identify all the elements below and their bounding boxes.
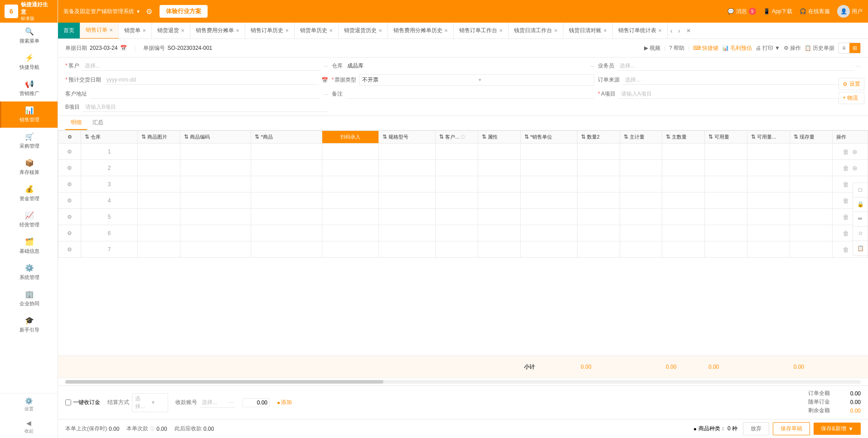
row-sku[interactable]: [251, 225, 322, 241]
row-customer-ref[interactable]: [435, 144, 478, 160]
customer-dots-icon[interactable]: ···: [324, 63, 328, 69]
tab-sales-summary[interactable]: 销售订单统计表 ✕: [613, 23, 668, 39]
tab-expense-split[interactable]: 销售费用分摊单 ✕: [190, 23, 245, 39]
row-image[interactable]: [180, 209, 251, 225]
col-stock-header[interactable]: ⇅ 现存量: [790, 131, 832, 144]
close-tab-icon[interactable]: ✕: [181, 28, 184, 33]
close-tab-icon[interactable]: ✕: [236, 28, 239, 33]
col-image-header[interactable]: ⇅ 商品图片: [138, 131, 180, 144]
row-unit[interactable]: [520, 225, 577, 241]
row-image[interactable]: [180, 144, 251, 160]
row-unit[interactable]: [520, 241, 577, 258]
sidebar-item-basicinfo[interactable]: 🗂️基础信息: [0, 233, 58, 259]
row-sku[interactable]: [251, 209, 322, 225]
row-unit[interactable]: [520, 209, 577, 225]
close-tab-icon[interactable]: ✕: [499, 28, 503, 33]
close-tab-icon[interactable]: ✕: [554, 28, 558, 33]
customer-addr-input[interactable]: [90, 89, 321, 99]
discard-button[interactable]: 放弃: [743, 422, 769, 435]
row-warehouse[interactable]: [138, 144, 180, 160]
row-stock[interactable]: [790, 209, 832, 225]
row-warehouse[interactable]: [138, 209, 180, 225]
delivery-date-input[interactable]: [104, 75, 319, 85]
row-image[interactable]: [180, 176, 251, 193]
row-spec[interactable]: [378, 241, 435, 258]
row-stock[interactable]: [790, 241, 832, 258]
delete-icon[interactable]: 🗑: [843, 164, 849, 172]
col-product-header[interactable]: ⇅ *商品: [251, 131, 322, 144]
row-qty2[interactable]: [577, 225, 620, 241]
row-stock[interactable]: [790, 160, 832, 176]
sidebar-item-finance[interactable]: 💰资金管理: [0, 180, 58, 207]
row-avail2[interactable]: [747, 144, 790, 160]
row-image[interactable]: [180, 241, 251, 258]
order-source-input[interactable]: [622, 75, 846, 85]
sidebar-item-purchase[interactable]: 🛒采购管理: [0, 128, 58, 154]
row-warehouse[interactable]: [138, 160, 180, 176]
row-main-unit[interactable]: [620, 144, 662, 160]
amount-input[interactable]: [242, 398, 270, 407]
row-main-qty[interactable]: [662, 176, 705, 193]
sidebar-settings[interactable]: ⚙️ 设置: [0, 394, 58, 416]
row-spec[interactable]: [378, 193, 435, 209]
sidebar-item-guide[interactable]: 🎓新手引导: [0, 312, 58, 338]
app-download-button[interactable]: 📱 App下载: [763, 8, 792, 15]
add-button[interactable]: ● 添加: [277, 399, 292, 406]
row-customer-ref[interactable]: [435, 241, 478, 258]
account-dots-icon[interactable]: ···: [229, 399, 233, 405]
row-product[interactable]: [322, 209, 378, 225]
col-avail2-header[interactable]: ⇅ 可用量...: [747, 131, 790, 144]
delete-icon[interactable]: 🗑: [843, 246, 849, 253]
tab-return-history[interactable]: 销货单历史 ✕: [295, 23, 339, 39]
row-warehouse[interactable]: [138, 225, 180, 241]
row-attr[interactable]: [478, 176, 520, 193]
remarks-input[interactable]: [345, 89, 595, 99]
sidebar-collapse[interactable]: ◀ 收起: [0, 416, 58, 438]
row-attr[interactable]: [478, 144, 520, 160]
add-material-button[interactable]: + 物流: [839, 92, 864, 104]
solution-button[interactable]: 体验行业方案: [160, 5, 208, 18]
row-settings[interactable]: ⚙: [58, 160, 81, 176]
account-select[interactable]: 选择... ···: [200, 398, 235, 408]
tab-detail[interactable]: 明细: [65, 116, 87, 130]
close-tab-icon[interactable]: ✕: [109, 28, 113, 33]
col-spec-header[interactable]: ⇅ 规格型号: [378, 131, 435, 144]
online-support-button[interactable]: 🎧 在线客服: [800, 8, 830, 15]
row-avail2[interactable]: [747, 241, 790, 258]
col-warehouse-header[interactable]: ⇅ 仓库: [81, 131, 138, 144]
delete-icon[interactable]: 🗑: [843, 230, 849, 237]
salesperson-dots-icon[interactable]: ···: [856, 63, 861, 69]
row-stock[interactable]: [790, 193, 832, 209]
row-spec[interactable]: [378, 160, 435, 176]
delete-icon[interactable]: 🗑: [843, 181, 849, 188]
row-qty2[interactable]: [577, 193, 620, 209]
row-customer-ref[interactable]: [435, 225, 478, 241]
list-view-btn[interactable]: ≡: [839, 43, 849, 53]
row-main-qty[interactable]: [662, 241, 705, 258]
one-click-checkbox[interactable]: [65, 399, 71, 405]
col-settings-header[interactable]: ⚙: [58, 131, 81, 144]
col-qty2-header[interactable]: ⇅ 数量2: [577, 131, 620, 144]
row-avail[interactable]: [705, 144, 747, 160]
row-main-qty[interactable]: [662, 193, 705, 209]
tab-nav-next[interactable]: ›: [675, 27, 683, 34]
close-tab-icon[interactable]: ✕: [285, 28, 289, 33]
row-avail[interactable]: [705, 193, 747, 209]
row-main-qty[interactable]: [662, 225, 705, 241]
row-qty2[interactable]: [577, 209, 620, 225]
row-unit[interactable]: [520, 144, 577, 160]
row-avail2[interactable]: [747, 209, 790, 225]
row-settings[interactable]: ⚙: [58, 209, 81, 225]
row-customer-ref[interactable]: [435, 209, 478, 225]
b-project-input[interactable]: [82, 102, 328, 112]
row-stock[interactable]: [790, 144, 832, 160]
col-unit-header[interactable]: ⇅ *销售单位: [520, 131, 577, 144]
tab-nav-prev[interactable]: ‹: [668, 27, 675, 34]
row-spec[interactable]: [378, 209, 435, 225]
salesperson-input[interactable]: [617, 61, 853, 71]
tab-home[interactable]: 首页: [58, 23, 80, 39]
row-avail[interactable]: [705, 225, 747, 241]
save-draft-button[interactable]: 保存草稿: [773, 422, 810, 435]
topbar-settings-icon[interactable]: ⚙: [146, 7, 152, 16]
col-sku-header[interactable]: ⇅ 商品编码: [180, 131, 251, 144]
